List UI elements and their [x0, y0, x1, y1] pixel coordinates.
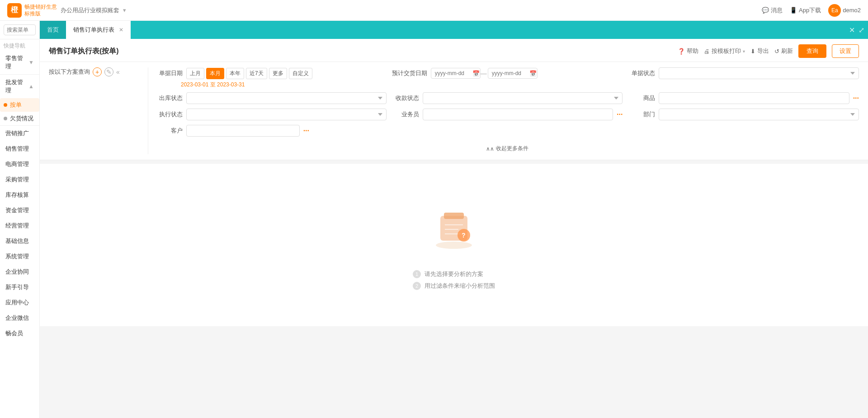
tab-expand-button[interactable]: ⤢	[859, 26, 864, 34]
header-right: 💬 消息 📱 App下载 Ea demo2	[762, 4, 861, 17]
tab-close-icon[interactable]: ✕	[119, 27, 123, 33]
date-btn-this-year[interactable]: 本年	[226, 68, 244, 79]
date-btn-this-month[interactable]: 本月	[206, 68, 224, 79]
exec-status-select[interactable]	[186, 109, 387, 120]
filter-scheme-header: 按以下方案查询 + ✎ «	[49, 67, 142, 76]
expected-date-range: 📅 — 📅	[431, 68, 537, 79]
date-btn-7days[interactable]: 近7天	[246, 68, 267, 79]
expected-date-end-input[interactable]	[488, 68, 538, 79]
sidebar-search-input[interactable]	[4, 24, 36, 35]
date-btn-custom[interactable]: 自定义	[289, 68, 312, 79]
filter-fields: 单据日期 上月 本月 本年 近7天 更多 自定义	[148, 67, 859, 154]
tab-home[interactable]: 首页	[40, 21, 66, 39]
refresh-button[interactable]: ↺ 刷新	[774, 47, 793, 55]
tab-bar-actions: ✕ ⤢	[849, 26, 868, 34]
chevron-down-icon: ▲	[28, 83, 34, 90]
header-left: 橙 畅捷销好生意 标推版 办公用品行业模拟账套 ▾	[7, 3, 126, 18]
sidebar: 快捷导航 零售管理 ▼ 批发管理 ▲ 按单 欠货情况 营销	[0, 21, 40, 418]
collapse-more-button[interactable]: ∧∧ 收起更多条件	[156, 141, 859, 154]
sidebar-sub-item-shortage[interactable]: 欠货情况	[0, 112, 39, 125]
dept-label: 部门	[628, 110, 655, 119]
goods-more-button[interactable]: ···	[853, 94, 859, 102]
dept-select[interactable]	[659, 109, 859, 120]
date-btn-more[interactable]: 更多	[269, 68, 287, 79]
app-title-dropdown-icon[interactable]: ▾	[123, 7, 126, 14]
sidebar-item-inventory[interactable]: 库存核算	[0, 187, 39, 203]
settings-button[interactable]: 设置	[832, 44, 859, 58]
print-dropdown-icon: ▾	[743, 49, 745, 54]
message-icon: 💬	[762, 7, 769, 14]
filter-field-customer: 客户 ···	[156, 125, 309, 137]
sidebar-item-wechat[interactable]: 企业微信	[0, 310, 39, 326]
filter-row-4: 客户 ···	[156, 125, 859, 137]
sidebar-item-purchase[interactable]: 采购管理	[0, 172, 39, 187]
collapse-scheme-button[interactable]: «	[116, 68, 120, 76]
filter-row-1: 单据日期 上月 本月 本年 近7天 更多 自定义	[156, 67, 859, 79]
date-btn-last-month[interactable]: 上月	[186, 68, 204, 79]
sidebar-item-system[interactable]: 系统管理	[0, 249, 39, 264]
sidebar-item-newbie[interactable]: 新手引导	[0, 280, 39, 295]
sidebar-item-ecommerce[interactable]: 电商管理	[0, 157, 39, 172]
export-icon: ⬇	[750, 48, 755, 55]
filter-row-3: 执行状态 业务员 ··· 部门	[156, 109, 859, 120]
tab-sales-order[interactable]: 销售订单执行表 ✕	[66, 21, 131, 39]
filter-panel: 按以下方案查询 + ✎ « 单据日期 上月	[40, 62, 868, 160]
export-button[interactable]: ⬇ 导出	[750, 47, 769, 55]
customer-more-button[interactable]: ···	[303, 127, 309, 135]
sidebar-item-marketing[interactable]: 营销推广	[0, 126, 39, 141]
svg-rect-2	[444, 213, 464, 219]
sidebar-search-area	[0, 21, 39, 39]
edit-scheme-button[interactable]: ✎	[104, 67, 113, 76]
page-title: 销售订单执行表(按单)	[49, 47, 119, 56]
sidebar-item-operations[interactable]: 经营管理	[0, 218, 39, 233]
app-title-bar: 办公用品行业模拟账套 ▾	[61, 6, 126, 14]
top-header: 橙 畅捷销好生意 标推版 办公用品行业模拟账套 ▾ 💬 消息 📱 App下载 E…	[0, 0, 868, 21]
customer-label: 客户	[156, 127, 183, 135]
collect-status-select[interactable]	[423, 92, 623, 104]
filter-field-goods: 商品 ···	[628, 92, 859, 104]
sidebar-item-apps[interactable]: 应用中心	[0, 295, 39, 310]
help-icon: ❓	[678, 48, 685, 55]
filter-field-status: 单据状态	[628, 67, 859, 79]
sidebar-item-wholesale[interactable]: 批发管理 ▲	[0, 75, 39, 98]
out-status-select[interactable]	[186, 92, 387, 104]
empty-illustration: ?	[427, 200, 481, 263]
help-button[interactable]: ❓ 帮助	[678, 47, 698, 55]
sidebar-item-members[interactable]: 畅会员	[0, 326, 39, 341]
message-button[interactable]: 💬 消息	[762, 6, 783, 14]
user-menu[interactable]: Ea demo2	[828, 4, 861, 17]
status-label: 单据状态	[628, 69, 655, 77]
app-download-button[interactable]: 📱 App下载	[790, 6, 821, 14]
query-button[interactable]: 查询	[798, 44, 826, 58]
expected-date-start-input[interactable]	[431, 68, 481, 79]
sidebar-group-wholesale: 批发管理 ▲ 按单 欠货情况	[0, 75, 39, 126]
tab-minimize-button[interactable]: ✕	[849, 26, 855, 34]
goods-label: 商品	[628, 94, 655, 102]
sidebar-sub-item-order[interactable]: 按单	[0, 98, 39, 112]
logo-text: 畅捷销好生意 标推版	[24, 4, 57, 17]
print-button[interactable]: 🖨 按模板打印 ▾	[704, 47, 745, 55]
goods-input[interactable]	[659, 92, 849, 104]
logo-icon: 橙	[7, 3, 22, 18]
avatar: Ea	[828, 4, 841, 17]
salesperson-input[interactable]	[423, 109, 613, 120]
sidebar-item-sales[interactable]: 销售管理	[0, 141, 39, 157]
tab-bar: 首页 销售订单执行表 ✕ ✕ ⤢	[40, 21, 868, 39]
sidebar-item-enterprise[interactable]: 企业协同	[0, 264, 39, 280]
content-area: 首页 销售订单执行表 ✕ ✕ ⤢ 销售订单执行表(按单) ❓ 帮助	[40, 21, 868, 418]
empty-state: ? 1 请先选择要分析的方案 2 用过滤条件来缩小分析范围	[40, 164, 868, 326]
salesperson-more-button[interactable]: ···	[617, 110, 623, 119]
sidebar-item-basics[interactable]: 基础信息	[0, 233, 39, 249]
status-select[interactable]	[659, 67, 859, 79]
sidebar-group-retail: 零售管理 ▼	[0, 51, 39, 75]
tab-sales-order-label: 销售订单执行表	[73, 26, 114, 34]
sidebar-nav-label: 快捷导航	[0, 39, 39, 51]
add-scheme-button[interactable]: +	[93, 67, 102, 76]
date-range-display: 2023-03-01 至 2023-03-31	[181, 81, 859, 89]
sidebar-item-finance[interactable]: 资金管理	[0, 203, 39, 218]
date-separator: —	[481, 70, 487, 77]
sidebar-item-retail[interactable]: 零售管理 ▼	[0, 51, 39, 74]
filter-field-dept: 部门	[628, 109, 859, 120]
customer-input[interactable]	[186, 125, 300, 137]
sidebar-sub-label-shortage: 欠货情况	[10, 114, 33, 123]
